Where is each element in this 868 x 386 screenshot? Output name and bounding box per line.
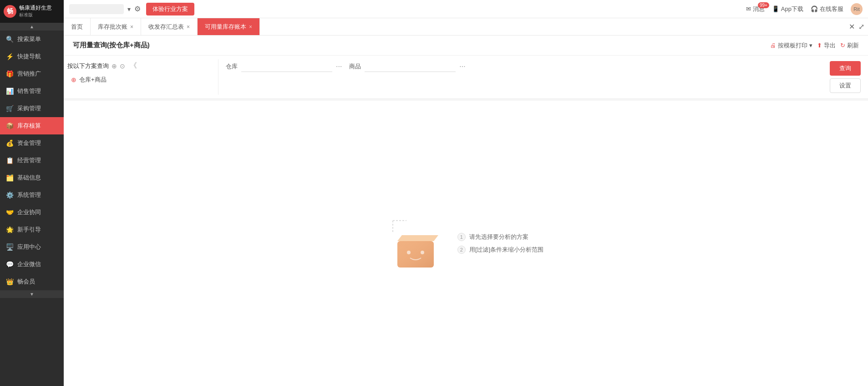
tab-available-label: 可用量库存账本 bbox=[205, 23, 246, 31]
sidebar-item-search[interactable]: 🔍 搜索菜单 bbox=[0, 31, 64, 48]
online-service-btn[interactable]: 🎧 在线客服 bbox=[811, 5, 843, 13]
tab-available-stock[interactable]: 可用量库存账本 × bbox=[198, 18, 260, 35]
sidebar-item-label: 基础信息 bbox=[17, 174, 41, 182]
product-filter-input[interactable] bbox=[365, 61, 456, 72]
user-name: Rit bbox=[853, 6, 859, 12]
tabbar-actions: ✕ ⤢ bbox=[845, 18, 868, 35]
topbar-dropdown-btn[interactable]: ▾ bbox=[127, 5, 131, 13]
content-area: 可用量查询(按仓库+商品) 🖨 按模板打印 ▾ ⬆ 导出 ↻ 刷新 bbox=[64, 36, 868, 386]
sidebar-item-label: 采购管理 bbox=[17, 104, 41, 113]
sidebar-item-label: 系统管理 bbox=[17, 191, 41, 199]
marketing-icon: 🎁 bbox=[5, 70, 14, 78]
settings-icon[interactable]: ⚙ bbox=[134, 5, 141, 13]
sidebar-item-basic[interactable]: 🗂️ 基础信息 bbox=[0, 169, 64, 186]
topbar-search-input[interactable] bbox=[69, 4, 124, 14]
filter-row-warehouse: 仓库 ··· 商品 ··· bbox=[226, 61, 815, 72]
edit-scheme-btn[interactable]: ⊙ bbox=[120, 62, 125, 70]
empty-tip-1: 1 请先选择要分析的方案 bbox=[457, 233, 543, 241]
product-filter-more-btn[interactable]: ··· bbox=[459, 62, 465, 71]
service-icon: 🎧 bbox=[811, 5, 818, 12]
svg-point-5 bbox=[407, 251, 411, 254]
warehouse-filter-input[interactable] bbox=[241, 61, 332, 72]
tab-available-close[interactable]: × bbox=[249, 24, 252, 30]
sidebar-item-label: 营销推广 bbox=[17, 70, 41, 78]
scheme-item-label: 仓库+商品 bbox=[79, 76, 107, 84]
sidebar-item-label: 企业微信 bbox=[17, 260, 41, 268]
sidebar-item-enterprise[interactable]: 🤝 企业协同 bbox=[0, 204, 64, 221]
close-all-tabs-btn[interactable]: ✕ bbox=[849, 22, 855, 31]
finance-icon: 💰 bbox=[5, 139, 14, 147]
query-button[interactable]: 查询 bbox=[830, 61, 861, 76]
wechat-icon: 💬 bbox=[5, 260, 14, 268]
empty-tips: 1 请先选择要分析的方案 2 用[过滤]条件来缩小分析范围 bbox=[457, 233, 543, 254]
trial-industry-button[interactable]: 体验行业方案 bbox=[146, 3, 194, 15]
message-icon: ✉ bbox=[746, 5, 751, 12]
tab-batch-label: 库存批次账 bbox=[98, 23, 127, 31]
sidebar-item-label: 销售管理 bbox=[17, 87, 41, 95]
query-scheme-column: 按以下方案查询 ⊕ ⊙ 《 ⊕ 仓库+商品 bbox=[64, 59, 218, 95]
page-header: 可用量查询(按仓库+商品) 🖨 按模板打印 ▾ ⬆ 导出 ↻ 刷新 bbox=[64, 36, 868, 56]
tab-home-label: 首页 bbox=[71, 23, 83, 31]
app-download-icon: 📱 bbox=[772, 5, 779, 12]
search-icon: 🔍 bbox=[5, 35, 14, 43]
tab-batch-close[interactable]: × bbox=[130, 24, 133, 30]
sidebar: 畅 畅康通好生意 标准版 ▲ 🔍 搜索菜单 ⚡ 快捷导航 🎁 营销推广 📊 销售… bbox=[0, 0, 64, 386]
sidebar-item-label: 搜索菜单 bbox=[17, 35, 41, 43]
query-settings-button[interactable]: 设置 bbox=[830, 78, 861, 93]
message-btn[interactable]: ✉ 消息 99+ bbox=[746, 5, 765, 13]
app-center-icon: 🖥️ bbox=[5, 243, 14, 251]
sidebar-item-member[interactable]: 👑 畅会员 bbox=[0, 273, 64, 290]
warehouse-filter-more-btn[interactable]: ··· bbox=[336, 62, 342, 71]
sidebar-item-shortcut[interactable]: ⚡ 快捷导航 bbox=[0, 48, 64, 65]
add-scheme-btn[interactable]: ⊕ bbox=[112, 62, 117, 70]
export-btn[interactable]: ⬆ 导出 bbox=[817, 41, 836, 50]
sidebar-item-app[interactable]: 🖥️ 应用中心 bbox=[0, 238, 64, 256]
sidebar-item-label: 库存核算 bbox=[17, 122, 41, 130]
tab-summary-close[interactable]: × bbox=[187, 24, 190, 30]
sidebar-scroll-up[interactable]: ▲ bbox=[0, 23, 64, 31]
collapse-scheme-btn[interactable]: 《 bbox=[130, 61, 137, 71]
tab-summary-label: 收发存汇总表 bbox=[148, 23, 184, 31]
online-service-label: 在线客服 bbox=[820, 5, 843, 13]
sidebar-item-label: 资金管理 bbox=[17, 139, 41, 147]
sidebar-item-wechat[interactable]: 💬 企业微信 bbox=[0, 256, 64, 273]
query-filters-column: 仓库 ··· 商品 ··· bbox=[218, 59, 822, 95]
page-title: 可用量查询(按仓库+商品) bbox=[73, 41, 150, 50]
sidebar-scroll-down[interactable]: ▼ bbox=[0, 290, 64, 298]
newbie-icon: 🌟 bbox=[5, 226, 14, 234]
filter-product: 商品 ··· bbox=[349, 61, 465, 72]
sidebar-item-marketing[interactable]: 🎁 营销推广 bbox=[0, 65, 64, 82]
print-template-btn[interactable]: 🖨 按模板打印 ▾ bbox=[770, 41, 812, 50]
sidebar-item-inventory[interactable]: 📦 库存核算 bbox=[0, 117, 64, 134]
maximize-btn[interactable]: ⤢ bbox=[858, 22, 864, 31]
empty-illustration bbox=[388, 216, 443, 271]
basic-icon: 🗂️ bbox=[5, 174, 14, 182]
message-badge: 99+ bbox=[758, 2, 769, 8]
sidebar-item-finance[interactable]: 💰 资金管理 bbox=[0, 134, 64, 152]
tip-text-2: 用[过滤]条件来缩小分析范围 bbox=[469, 246, 543, 254]
query-scheme-header: 按以下方案查询 ⊕ ⊙ 《 bbox=[67, 61, 214, 71]
sidebar-item-operation[interactable]: 📋 经营管理 bbox=[0, 152, 64, 169]
sidebar-item-newbie[interactable]: 🌟 新手引导 bbox=[0, 221, 64, 238]
app-version: 标准版 bbox=[19, 12, 52, 18]
app-download-btn[interactable]: 📱 App下载 bbox=[772, 5, 803, 13]
sidebar-item-label: 企业协同 bbox=[17, 208, 41, 216]
tab-inventory-summary[interactable]: 收发存汇总表 × bbox=[141, 18, 198, 35]
logo-icon: 畅 bbox=[4, 5, 16, 18]
sidebar-item-purchase[interactable]: 🛒 采购管理 bbox=[0, 100, 64, 117]
user-avatar[interactable]: Rit bbox=[851, 3, 863, 15]
purchase-icon: 🛒 bbox=[5, 104, 14, 113]
sidebar-header: 畅 畅康通好生意 标准版 bbox=[0, 0, 64, 23]
refresh-btn[interactable]: ↻ 刷新 bbox=[840, 41, 859, 50]
tab-batch[interactable]: 库存批次账 × bbox=[91, 18, 141, 35]
scheme-header-label: 按以下方案查询 bbox=[67, 62, 109, 70]
sidebar-item-sales[interactable]: 📊 销售管理 bbox=[0, 82, 64, 100]
print-dropdown-icon: ▾ bbox=[809, 42, 812, 49]
refresh-icon: ↻ bbox=[840, 42, 845, 49]
sidebar-item-label: 快捷导航 bbox=[17, 52, 41, 61]
scheme-item-warehouse-product[interactable]: ⊕ 仓库+商品 bbox=[67, 73, 214, 86]
empty-state: 1 请先选择要分析的方案 2 用[过滤]条件来缩小分析范围 bbox=[64, 101, 868, 386]
sidebar-item-system[interactable]: ⚙️ 系统管理 bbox=[0, 186, 64, 204]
tab-home[interactable]: 首页 bbox=[64, 18, 91, 35]
sidebar-item-label: 畅会员 bbox=[17, 278, 35, 286]
